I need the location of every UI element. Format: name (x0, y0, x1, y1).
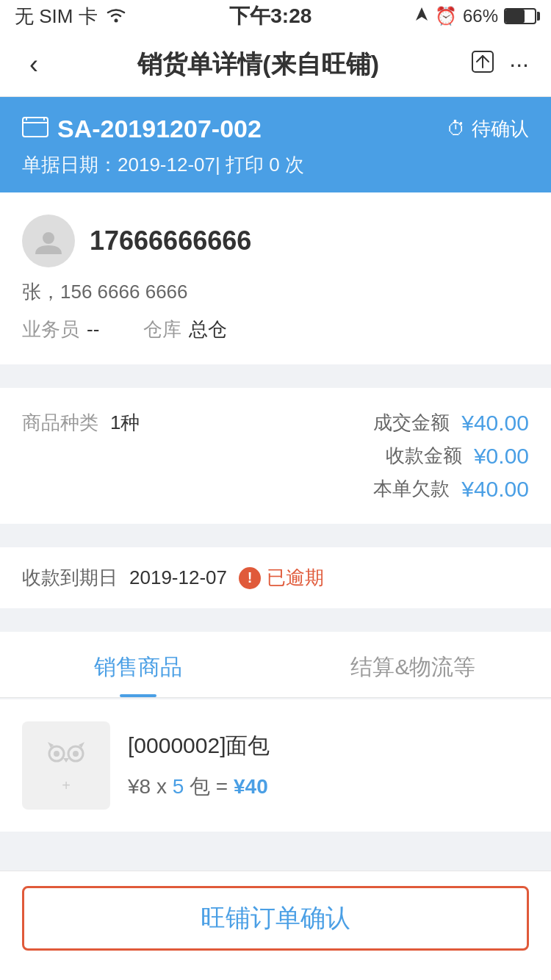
overdue-text: 已逾期 (267, 565, 324, 591)
summary-card: 商品种类 1种 成交金额 ¥40.00 收款金额 ¥0.00 本单欠款 ¥40.… (0, 388, 551, 524)
battery-text: 66% (463, 6, 498, 26)
tab-settlement[interactable]: 结算&物流等 (276, 632, 551, 697)
sales-label: 业务员 (22, 317, 79, 342)
order-id-row: SA-20191207-002 ⏱ 待确认 (22, 115, 529, 143)
price-qty: 5 (173, 775, 184, 798)
product-name: [0000002]面包 (128, 731, 529, 761)
sales-item: 业务员 -- (22, 317, 99, 342)
amount-value-1: ¥40.00 (461, 411, 529, 436)
bottom-bar: 旺铺订单确认 (0, 871, 551, 980)
alarm-icon: ⏰ (435, 6, 457, 26)
divider-2 (0, 536, 551, 547)
confirm-button[interactable]: 旺铺订单确认 (22, 886, 529, 951)
product-info: [0000002]面包 ¥8 x 5 包 = ¥40 (128, 731, 529, 801)
category-value: 1种 (110, 410, 140, 436)
due-label: 收款到期日 (22, 565, 118, 591)
status-time: 下午3:28 (229, 2, 311, 30)
avatar (22, 215, 75, 267)
order-icon (22, 115, 48, 143)
product-thumb-inner: + (40, 738, 92, 794)
status-clock-icon: ⏱ (447, 118, 466, 140)
price-unit: 包 (190, 775, 210, 798)
tabs-container: 销售商品 结算&物流等 (0, 632, 551, 698)
customer-meta: 业务员 -- 仓库 总仓 (22, 317, 529, 342)
divider-1 (0, 376, 551, 388)
battery-icon (504, 8, 536, 24)
summary-right: 成交金额 ¥40.00 收款金额 ¥0.00 本单欠款 ¥40.00 (373, 410, 529, 502)
status-left: 无 SIM 卡 (15, 4, 127, 29)
status-right: ⏰ 66% (414, 6, 536, 26)
warehouse-item: 仓库 总仓 (143, 317, 227, 342)
wifi-icon (105, 5, 127, 28)
location-icon (414, 6, 429, 26)
order-id: SA-20191207-002 (22, 115, 262, 143)
customer-top: 17666666666 (22, 215, 529, 267)
svg-point-6 (54, 751, 60, 757)
amount-label-3: 本单欠款 (373, 476, 450, 502)
back-button[interactable]: ‹ (22, 42, 46, 87)
customer-card: 17666666666 张，156 6666 6666 业务员 -- 仓库 总仓 (0, 192, 551, 364)
customer-name: 张，156 6666 6666 (22, 279, 529, 305)
warehouse-label: 仓库 (143, 317, 181, 342)
summary-left: 商品种类 1种 (22, 410, 140, 436)
sales-value: -- (87, 318, 99, 341)
amount-row-2: 收款金额 ¥0.00 (386, 443, 529, 469)
price-base: ¥8 (128, 775, 151, 798)
tab-products[interactable]: 销售商品 (0, 632, 276, 697)
category-label: 商品种类 (22, 410, 98, 436)
product-price: ¥8 x 5 包 = ¥40 (128, 773, 529, 801)
brand-plus-text: + (62, 777, 71, 794)
overdue-badge: ! 已逾期 (239, 565, 324, 591)
nav-actions: ··· (471, 50, 529, 79)
customer-phone: 17666666666 (90, 226, 251, 256)
amount-value-2: ¥0.00 (474, 444, 529, 469)
page-title: 销货单详情(来自旺铺) (137, 48, 379, 82)
amount-row-3: 本单欠款 ¥40.00 (373, 476, 529, 502)
order-status: ⏱ 待确认 (447, 116, 529, 142)
amount-row-1: 成交金额 ¥40.00 (373, 410, 529, 436)
carrier-text: 无 SIM 卡 (15, 4, 98, 29)
price-total: ¥40 (234, 775, 268, 798)
overdue-icon: ! (239, 567, 261, 589)
divider-3 (0, 620, 551, 632)
amount-value-3: ¥40.00 (461, 477, 529, 502)
svg-point-7 (73, 751, 79, 757)
svg-point-3 (43, 232, 54, 244)
product-thumbnail: + (22, 721, 110, 810)
product-item: + [0000002]面包 ¥8 x 5 包 = ¥40 (0, 699, 551, 832)
due-date-card: 收款到期日 2019-12-07 ! 已逾期 (0, 547, 551, 608)
amount-label-2: 收款金额 (386, 443, 462, 469)
product-list: + [0000002]面包 ¥8 x 5 包 = ¥40 (0, 699, 551, 832)
svg-point-0 (114, 18, 118, 22)
warehouse-value: 总仓 (189, 317, 227, 342)
order-header: SA-20191207-002 ⏱ 待确认 单据日期：2019-12-07| 打… (0, 97, 551, 192)
share-button[interactable] (471, 50, 494, 79)
status-bar: 无 SIM 卡 下午3:28 ⏰ 66% (0, 0, 551, 32)
more-button[interactable]: ··· (509, 51, 529, 78)
order-date: 单据日期：2019-12-07| 打印 0 次 (22, 152, 529, 178)
nav-bar: ‹ 销货单详情(来自旺铺) ··· (0, 32, 551, 97)
amount-label-1: 成交金额 (373, 410, 450, 436)
tabs-row: 销售商品 结算&物流等 (0, 632, 551, 698)
due-date-value: 2019-12-07 (129, 566, 227, 589)
